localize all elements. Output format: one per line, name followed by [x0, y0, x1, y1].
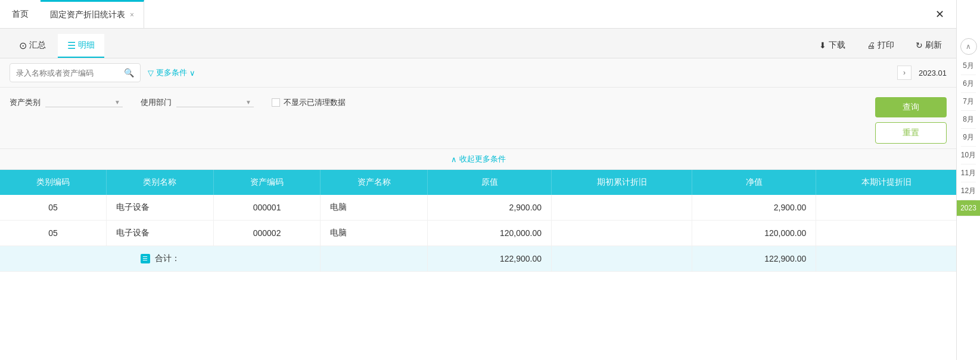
data-table: 类别编码 类别名称 资产编码 资产名称 原值 期初累计折旧 净值 本期计提折旧 …: [0, 170, 956, 272]
col-header-net-value: 净值: [692, 170, 816, 195]
sidebar-month[interactable]: 5月: [961, 57, 976, 75]
tab-summary[interactable]: ⊙ 汇总: [10, 34, 55, 58]
sidebar-up-btn[interactable]: ∧: [960, 38, 977, 55]
refresh-icon: ↻: [916, 41, 923, 50]
summary-icon: ⊙: [19, 40, 27, 51]
cell-current-depreciation: [816, 221, 956, 246]
tab-label: 固定资产折旧统计表: [50, 10, 125, 20]
cell-cumulative-depreciation: [552, 221, 692, 246]
table-row: 05 电子设备 000002 电脑 120,000.00 120,000.00: [0, 221, 956, 246]
download-label: 下载: [829, 40, 845, 51]
cell-category-name: 电子设备: [107, 195, 214, 221]
sidebar-year[interactable]: 2023: [957, 200, 980, 216]
collapse-conditions-btn[interactable]: ∧ 收起更多条件: [0, 149, 956, 170]
category-dropdown-icon: ▼: [114, 99, 120, 105]
sidebar-month[interactable]: 12月: [961, 182, 976, 200]
summary-icon: ☰: [141, 254, 150, 263]
cell-net-value: 120,000.00: [692, 221, 816, 246]
download-button[interactable]: ⬇ 下载: [814, 38, 850, 53]
summary-label-cell: ☰ 合计：: [0, 246, 321, 272]
sidebar-month[interactable]: 8月: [961, 111, 976, 129]
col-header-original-value: 原值: [428, 170, 552, 195]
asset-category-filter: 资产类别 ▼: [10, 97, 123, 108]
collapse-icon: ∧: [451, 155, 457, 164]
search-icon[interactable]: 🔍: [124, 68, 134, 77]
filter-bar: 🔍 ▽ 更多条件 ∨ › 2023.01: [0, 58, 956, 88]
query-button[interactable]: 查询: [875, 97, 947, 117]
col-header-cumulative-depreciation: 期初累计折旧: [552, 170, 692, 195]
summary-label: 合计：: [155, 253, 180, 263]
cell-asset-code: 000002: [213, 221, 321, 246]
sidebar-month[interactable]: 7月: [961, 93, 976, 111]
cell-category-code: 05: [0, 195, 107, 221]
col-header-asset-code: 资产编码: [213, 170, 321, 195]
no-cleared-checkbox[interactable]: [272, 98, 280, 107]
refresh-label: 刷新: [925, 40, 942, 51]
asset-category-label: 资产类别: [10, 97, 41, 108]
col-header-current-depreciation: 本期计提折旧: [816, 170, 956, 195]
cell-current-depreciation: [816, 195, 956, 221]
print-icon: 🖨: [867, 41, 875, 50]
search-input[interactable]: [16, 69, 124, 77]
tab-detail-label: 明细: [78, 40, 95, 51]
department-select[interactable]: ▼: [176, 98, 254, 107]
tab-close-btn[interactable]: ×: [130, 11, 134, 19]
tab-summary-label: 汇总: [29, 40, 46, 51]
panel-toggle-btn[interactable]: ›: [897, 66, 911, 80]
summary-asset-name: [321, 246, 428, 272]
cell-original-value: 120,000.00: [428, 221, 552, 246]
summary-net-value: 122,900.00: [692, 246, 816, 272]
tab-detail[interactable]: ☰ 明细: [58, 34, 104, 58]
home-nav[interactable]: 首页: [0, 0, 41, 28]
col-header-category-code: 类别编码: [0, 170, 107, 195]
print-button[interactable]: 🖨 打印: [862, 38, 899, 53]
print-label: 打印: [878, 40, 894, 51]
cell-category-code: 05: [0, 221, 107, 246]
summary-original-value: 122,900.00: [428, 246, 552, 272]
summary-row: ☰ 合计： 122,900.00 122,900.00: [0, 246, 956, 272]
data-table-container: 类别编码 类别名称 资产编码 资产名称 原值 期初累计折旧 净值 本期计提折旧 …: [0, 170, 956, 360]
collapse-label: 收起更多条件: [459, 154, 506, 165]
cell-asset-code: 000001: [213, 195, 321, 221]
more-conditions-label: 更多条件: [156, 67, 187, 78]
department-filter: 使用部门 ▼: [141, 97, 254, 108]
cell-original-value: 2,900.00: [428, 195, 552, 221]
detail-icon: ☰: [67, 40, 76, 51]
cell-cumulative-depreciation: [552, 195, 692, 221]
cell-asset-name: 电脑: [321, 195, 428, 221]
filter-action-buttons: 查询 重置: [875, 97, 947, 144]
no-cleared-label: 不显示已清理数据: [284, 97, 346, 108]
year-label: 2023: [960, 204, 976, 212]
reset-button[interactable]: 重置: [875, 122, 947, 144]
sidebar-month[interactable]: 11月: [961, 165, 976, 182]
sidebar-month[interactable]: 10月: [961, 147, 976, 165]
active-tab[interactable]: 固定资产折旧统计表 ×: [41, 0, 144, 28]
summary-current-depreciation: [816, 246, 956, 272]
cell-category-name: 电子设备: [107, 221, 214, 246]
home-label: 首页: [12, 9, 29, 20]
sidebar-month[interactable]: 9月: [961, 129, 976, 147]
table-row: 05 电子设备 000001 电脑 2,900.00 2,900.00: [0, 195, 956, 221]
extended-filter-panel: 资产类别 ▼ 使用部门 ▼ 不显示已清理数据: [0, 88, 956, 149]
window-close-btn[interactable]: ✕: [923, 8, 956, 21]
cell-asset-name: 电脑: [321, 221, 428, 246]
refresh-button[interactable]: ↻ 刷新: [911, 38, 947, 53]
col-header-asset-name: 资产名称: [321, 170, 428, 195]
summary-cumulative-depreciation: [552, 246, 692, 272]
col-header-category-name: 类别名称: [107, 170, 214, 195]
department-label: 使用部门: [141, 97, 172, 108]
sidebar-month[interactable]: 6月: [961, 75, 976, 93]
date-display: 2023.01: [919, 69, 947, 77]
asset-category-select[interactable]: ▼: [45, 98, 123, 107]
chevron-down-icon: ∨: [189, 69, 195, 77]
download-icon: ⬇: [819, 41, 826, 50]
more-conditions-btn[interactable]: ▽ 更多条件 ∨: [148, 67, 195, 78]
search-input-wrapper[interactable]: 🔍: [10, 63, 141, 82]
no-cleared-filter[interactable]: 不显示已清理数据: [272, 97, 346, 108]
filter-icon: ▽: [148, 69, 154, 77]
cell-net-value: 2,900.00: [692, 195, 816, 221]
department-dropdown-icon: ▼: [245, 99, 251, 105]
right-sidebar: ∧ 5月6月7月8月9月10月11月12月 2023: [956, 0, 980, 360]
